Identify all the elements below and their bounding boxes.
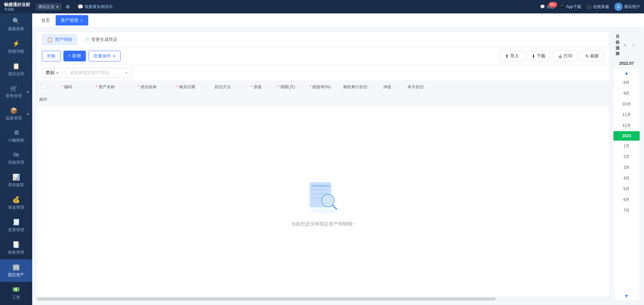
sidebar-item-label: 固定资产 xyxy=(8,272,24,278)
sub-tab-label: 资产明细 xyxy=(55,37,72,43)
month-nav-up[interactable]: ▲ xyxy=(613,68,640,78)
sub-tabs: 📋 资产明细 📄 变更生成凭证 xyxy=(37,32,609,47)
category-filter-input[interactable]: 请选择固定资产类别 ▼ xyxy=(65,68,132,78)
tab-close-icon[interactable]: ✕ xyxy=(80,18,83,23)
company-selector[interactable]: 测试企业 ▼ xyxy=(36,3,62,10)
lightning-icon: ⚡ xyxy=(12,40,20,47)
month-panel-close-button[interactable]: ✕ xyxy=(621,41,629,49)
svg-point-0 xyxy=(310,208,336,213)
import-label: 导入 xyxy=(510,53,519,59)
sidebar-item-retail[interactable]: 🛒 零售管理 ▼ xyxy=(0,81,32,103)
settings-button[interactable]: ⚙ xyxy=(64,3,71,11)
download-icon: ⬇ xyxy=(532,54,535,59)
month-item-11[interactable]: 11月 xyxy=(613,110,640,120)
header-checkbox[interactable] xyxy=(41,84,46,89)
horizontal-scrollbar[interactable] xyxy=(37,297,609,301)
contract-icon: 📋 xyxy=(12,62,20,70)
import-button[interactable]: ⬆ 导入 xyxy=(500,51,524,61)
sidebar-item-fixed-assets[interactable]: 🏢 固定资产 xyxy=(0,259,32,282)
ecommerce-icon: 🖥 xyxy=(13,129,19,136)
svg-line-8 xyxy=(332,205,336,209)
month-item-9[interactable]: 9月 xyxy=(613,88,640,99)
th-operation: 操作 xyxy=(37,93,50,106)
filter-row: 类别 ▼ 请选择固定资产类别 ▼ xyxy=(37,65,609,81)
demo-link[interactable]: 💬 我要看实例演示 xyxy=(77,4,113,10)
th-category-name: 类别名称 xyxy=(127,81,167,93)
sidebar-item-ecommerce[interactable]: 🖥 小畅电商 xyxy=(0,125,32,147)
month-item-8[interactable]: 8月 xyxy=(613,78,640,88)
online-service-label: 在线客服 xyxy=(593,4,609,10)
message-icon: 💬 xyxy=(540,4,545,9)
year-2023-label[interactable]: 2023 xyxy=(613,131,640,141)
month-panel-expand-button[interactable]: ⤢ xyxy=(630,41,638,49)
top-bar: 畅捷通好业财 专业版 测试企业 ▼ ⚙ 💬 我要看实例演示 💬 消息 99+ 📱… xyxy=(0,0,644,13)
sidebar-item-inventory[interactable]: 📊 库存核算 xyxy=(0,169,32,192)
sub-tab-asset-detail[interactable]: 📋 资产明细 xyxy=(42,34,77,45)
tab-asset-label: 资产管理 xyxy=(61,17,78,23)
user-menu[interactable]: A 测试用户 xyxy=(614,3,640,11)
sidebar-item-purchase[interactable]: 🛍 采购管理 xyxy=(0,147,32,169)
svg-rect-5 xyxy=(311,197,323,199)
sidebar-item-label: 资金管理 xyxy=(8,205,24,210)
tab-home-label: 首页 xyxy=(41,17,50,23)
category-type-selector[interactable]: 类别 ▼ xyxy=(42,68,63,78)
month-panel-title: 月份选择 xyxy=(615,34,621,57)
month-item-12[interactable]: 12月 xyxy=(613,120,640,131)
app-download-button[interactable]: 📱 App下载 xyxy=(560,4,581,10)
sidebar-item-wholesale[interactable]: 📦 批发管理 ▼ xyxy=(0,103,32,125)
sidebar-item-invoice[interactable]: 🧾 发票管理 xyxy=(0,214,32,237)
headset-icon: 🎧 xyxy=(587,4,592,9)
download-button[interactable]: ⬇ 下载 xyxy=(527,51,550,61)
scroll-up-button[interactable]: ▲ xyxy=(623,69,630,76)
current-year-display: 2022.07 xyxy=(613,59,640,68)
month-item-2023-7[interactable]: 7月 xyxy=(613,205,640,216)
month-item-2023-5[interactable]: 5月 xyxy=(613,184,640,195)
sidebar-item-search[interactable]: 🔍 搜索菜单 xyxy=(0,13,32,36)
print-button[interactable]: 🖨 打印 xyxy=(553,51,578,61)
sidebar-item-label: 工资 xyxy=(12,295,20,300)
scroll-down-button[interactable]: ▼ xyxy=(623,293,630,299)
sidebar-item-tax[interactable]: 📑 税务管理 xyxy=(0,237,32,259)
print-icon: 🖨 xyxy=(558,54,562,59)
batch-button[interactable]: 批量操作 ▼ xyxy=(89,51,121,61)
online-service-button[interactable]: 🎧 在线客服 xyxy=(587,4,609,10)
add-button[interactable]: + 新增 xyxy=(63,51,86,61)
refresh-label: 刷新 xyxy=(590,53,599,59)
month-panel-controls: ✕ ⤢ xyxy=(621,41,638,49)
month-item-2023-6[interactable]: 6月 xyxy=(613,195,640,205)
batch-arrow-icon: ▼ xyxy=(112,54,116,58)
page-content: 📋 资产明细 📄 变更生成凭证 对账 + 新增 xyxy=(32,28,644,305)
scroll-thumb[interactable] xyxy=(37,298,495,300)
sub-tab-change-voucher[interactable]: 📄 变更生成凭证 xyxy=(78,34,122,45)
sub-tab-label: 变更生成凭证 xyxy=(91,37,117,43)
month-selector-panel: 月份选择 ✕ ⤢ 2022.07 ▲ 8月 9月 10月 11月 12月 xyxy=(613,32,640,301)
th-checkbox xyxy=(37,81,50,93)
reconcile-button[interactable]: 对账 xyxy=(42,51,61,61)
th-purchase-date: 购买日期 xyxy=(167,81,204,93)
category-label: 类别 xyxy=(46,70,54,76)
app-subtitle: 专业版 xyxy=(4,7,30,11)
tab-bar: 首页 资产管理 ✕ xyxy=(32,13,644,28)
month-item-10[interactable]: 10月 xyxy=(613,99,640,110)
tab-home[interactable]: 首页 xyxy=(36,15,55,26)
month-item-2023-4[interactable]: 4月 xyxy=(613,173,640,184)
tab-asset-management[interactable]: 资产管理 ✕ xyxy=(56,15,88,26)
table-header: 编码 资产名称 类别名称 购买日期 折旧方法 原值 xyxy=(37,81,609,106)
month-item-2023-2[interactable]: 2月 xyxy=(613,152,640,162)
app-title: 畅捷通好业财 xyxy=(4,2,30,7)
sidebar-item-salary[interactable]: 💵 工资 xyxy=(0,282,32,304)
messages-button[interactable]: 💬 消息 99+ xyxy=(540,4,554,10)
month-item-2023-1[interactable]: 1月 xyxy=(613,141,640,152)
sidebar-item-finance[interactable]: 💰 资金管理 xyxy=(0,192,32,214)
retail-icon: 🛒 xyxy=(10,85,17,92)
refresh-button[interactable]: ↻ 刷新 xyxy=(580,51,604,61)
sidebar-item-label: 小畅电商 xyxy=(8,138,24,143)
th-original-value: 原值 xyxy=(241,81,271,93)
month-item-2023-3[interactable]: 3月 xyxy=(613,162,640,173)
sidebar-item-quick-nav[interactable]: ⚡ 快捷导航 xyxy=(0,36,32,58)
print-label: 打印 xyxy=(564,53,573,59)
change-voucher-tab-icon: 📄 xyxy=(84,37,89,42)
empty-state: 当前您还没有固定资产明细哦~ xyxy=(37,106,609,297)
sidebar-item-project[interactable]: 📋 项目合同 xyxy=(0,58,32,81)
app-download-label: App下载 xyxy=(566,4,581,10)
